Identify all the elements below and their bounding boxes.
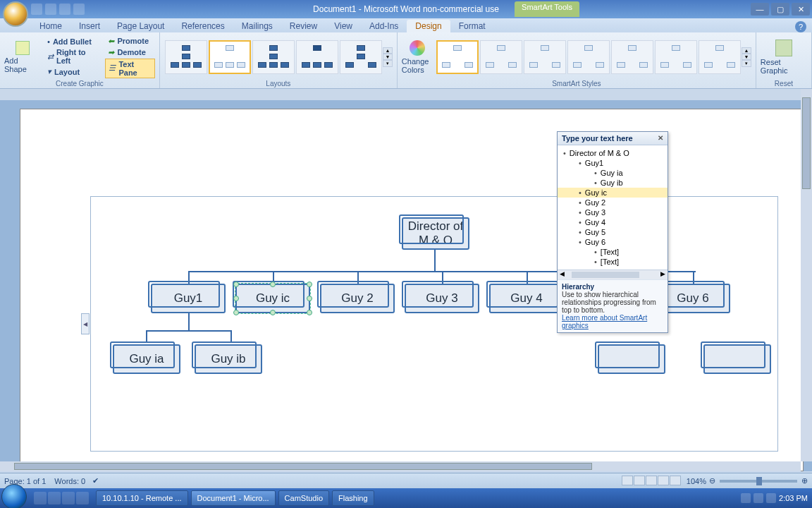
text-pane-footer: Hierarchy Use to show hierarchical relat… [558, 279, 668, 332]
tab-review[interactable]: Review [281, 20, 326, 32]
text-pane-item[interactable]: •[Text] [558, 257, 668, 267]
reset-graphic-button[interactable]: Reset Graphic [761, 40, 807, 75]
style-option-3[interactable] [524, 40, 566, 74]
layouts-gallery[interactable] [164, 40, 383, 75]
quick-launch[interactable] [34, 492, 89, 504]
text-pane-item[interactable]: •Guy 3 [558, 207, 668, 217]
group-label-reset: Reset [761, 79, 807, 87]
group-label-layouts: Layouts [164, 79, 393, 87]
learn-more-link[interactable]: Learn more about SmartArt graphics [562, 314, 647, 329]
tab-mailings[interactable]: Mailings [233, 20, 281, 32]
right-to-left-button[interactable]: ⇄Right to Left [44, 47, 101, 66]
text-pane-close[interactable]: ✕ [656, 134, 665, 143]
org-node-root[interactable]: Director of M & O [402, 217, 469, 250]
taskbar-item-camstudio[interactable]: CamStudio [278, 490, 329, 506]
minimize-button[interactable]: — [751, 3, 769, 16]
styles-gallery[interactable] [436, 40, 742, 75]
style-option-6[interactable] [655, 40, 697, 74]
qat-dropdown-icon[interactable] [73, 4, 85, 15]
taskbar-item-word[interactable]: Document1 - Micro... [191, 490, 276, 506]
text-pane-item[interactable]: •Guy 6 [558, 237, 668, 247]
layout-option-4[interactable] [296, 40, 338, 74]
org-node-guy-ib[interactable]: Guy ib [195, 344, 262, 374]
text-pane-scrollbar[interactable]: ◀ ▶ [558, 270, 668, 279]
org-node-guy2[interactable]: Guy 2 [320, 284, 395, 313]
org-node-guy4[interactable]: Guy 4 [489, 284, 564, 313]
spellcheck-icon[interactable]: ✔ [92, 476, 99, 485]
tray-icon[interactable] [753, 493, 763, 503]
zoom-out-button[interactable]: ⊖ [709, 476, 715, 485]
change-colors-button[interactable]: Change Colors [402, 40, 433, 74]
text-pane-toggle[interactable]: ☰Text Pane [105, 59, 154, 78]
style-option-7[interactable] [699, 40, 741, 74]
tab-design[interactable]: Design [407, 20, 450, 32]
add-shape-button[interactable]: Add Shape [4, 41, 40, 73]
tray-icon[interactable] [741, 493, 751, 503]
org-node-placeholder-2[interactable] [703, 344, 771, 374]
text-pane[interactable]: Type your text here ✕ •Director of M & O… [557, 131, 668, 333]
help-icon[interactable]: ? [795, 21, 806, 32]
tab-page-layout[interactable]: Page Layout [109, 20, 173, 32]
taskbar-item-remote[interactable]: 10.10.1.10 - Remote ... [96, 490, 188, 506]
clock[interactable]: 2:03 PM [779, 494, 808, 502]
layouts-scroll[interactable]: ▲▼▾ [383, 47, 393, 67]
save-icon[interactable] [31, 4, 42, 15]
tab-add-ins[interactable]: Add-Ins [361, 20, 407, 32]
start-button[interactable] [1, 484, 27, 508]
textpane-expand-handle[interactable]: ◀ [81, 313, 90, 334]
text-pane-item[interactable]: •Guy1 [558, 158, 668, 168]
text-pane-item[interactable]: •Director of M & O [558, 148, 668, 158]
style-option-5[interactable] [611, 40, 653, 74]
text-pane-header[interactable]: Type your text here ✕ [558, 132, 668, 145]
org-node-guy-ia[interactable]: Guy ia [113, 344, 180, 374]
office-button[interactable] [3, 1, 28, 27]
layout-option-5[interactable] [340, 40, 382, 74]
layout-dropdown[interactable]: ▾Layout [44, 66, 101, 77]
horizontal-scrollbar[interactable] [0, 461, 801, 471]
demote-button[interactable]: ➡Demote [105, 47, 154, 58]
text-pane-item[interactable]: •Guy 2 [558, 198, 668, 207]
undo-icon[interactable] [45, 4, 56, 15]
styles-scroll[interactable]: ▲▼▾ [742, 47, 751, 67]
system-tray[interactable]: 2:03 PM [741, 493, 808, 503]
org-node-guy1[interactable]: Guy1 [151, 284, 226, 313]
style-option-1[interactable] [436, 40, 479, 74]
add-bullet-button[interactable]: •Add Bullet [44, 37, 101, 47]
text-pane-item[interactable]: •[Text] [558, 247, 668, 257]
promote-button[interactable]: ⬅Promote [105, 36, 154, 47]
text-pane-item[interactable]: •Guy 5 [558, 227, 668, 237]
redo-icon[interactable] [59, 4, 70, 15]
layout-option-2[interactable] [209, 40, 251, 74]
tab-references[interactable]: References [173, 20, 233, 32]
maximize-button[interactable]: ▢ [771, 3, 789, 16]
org-node-placeholder-1[interactable] [598, 344, 665, 374]
tab-format[interactable]: Format [450, 20, 494, 32]
layout-option-1[interactable] [165, 40, 207, 74]
tab-home[interactable]: Home [31, 20, 70, 32]
text-pane-item[interactable]: •Guy ic [558, 188, 668, 198]
text-pane-item[interactable]: •Guy ib [558, 178, 668, 188]
style-option-2[interactable] [480, 40, 522, 74]
zoom-level[interactable]: 104% [687, 477, 706, 485]
text-pane-item[interactable]: •Guy 4 [558, 217, 668, 227]
layout-option-3[interactable] [252, 40, 295, 74]
quick-access-toolbar[interactable] [31, 4, 85, 15]
zoom-in-button[interactable]: ⊕ [801, 476, 808, 485]
volume-icon[interactable] [766, 493, 776, 503]
view-buttons[interactable] [621, 476, 681, 487]
zoom-slider[interactable] [720, 480, 797, 483]
vertical-scrollbar[interactable] [801, 89, 812, 461]
close-button[interactable]: ✕ [792, 3, 810, 16]
tab-view[interactable]: View [326, 20, 361, 32]
document-area: ◀ Director of M & O Guy1 Guy ic Guy 2 G [0, 89, 812, 471]
org-node-guy3[interactable]: Guy 3 [405, 284, 479, 313]
colors-icon [410, 40, 425, 56]
taskbar[interactable]: 10.10.1.10 - Remote ... Document1 - Micr… [0, 488, 812, 508]
taskbar-item-flashing[interactable]: Flashing [332, 490, 374, 506]
window-title: Document1 - Microsoft Word non-commercia… [313, 4, 499, 14]
org-node-guy-ic[interactable]: Guy ic [235, 284, 310, 313]
tab-insert[interactable]: Insert [70, 20, 109, 32]
text-pane-item[interactable]: •Guy ia [558, 168, 668, 178]
style-option-4[interactable] [567, 40, 610, 74]
status-words[interactable]: Words: 0 [54, 477, 85, 485]
